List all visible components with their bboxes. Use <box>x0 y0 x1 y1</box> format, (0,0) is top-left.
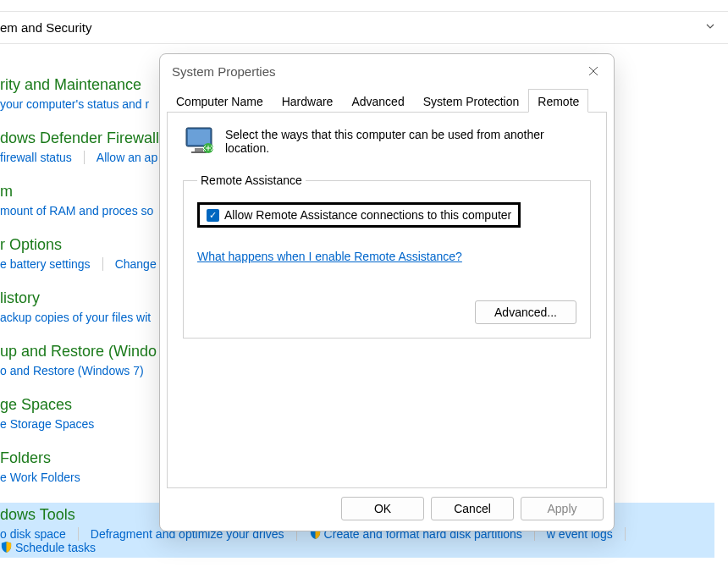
allow-remote-assistance-checkbox[interactable]: ✓ Allow Remote Assistance connections to… <box>197 202 521 228</box>
dialog-titlebar[interactable]: System Properties <box>160 54 614 83</box>
svg-rect-3 <box>191 151 207 153</box>
shield-icon <box>0 541 13 553</box>
cancel-button[interactable]: Cancel <box>431 497 514 520</box>
breadcrumb-label: em and Security <box>0 20 91 35</box>
separator <box>625 527 626 541</box>
tab-computer-name[interactable]: Computer Name <box>167 89 273 113</box>
advanced-button[interactable]: Advanced... <box>475 300 576 324</box>
apply-button[interactable]: Apply <box>521 497 604 520</box>
separator <box>78 527 79 541</box>
link[interactable]: your computer's status and r <box>0 97 149 111</box>
group-legend: Remote Assistance <box>197 173 306 187</box>
tab-remote[interactable]: Remote <box>528 89 588 113</box>
dialog-button-row: OK Cancel Apply <box>160 488 614 531</box>
ok-button[interactable]: OK <box>341 497 424 520</box>
tab-advanced[interactable]: Advanced <box>342 89 413 113</box>
link[interactable]: Schedule tasks <box>0 541 96 554</box>
tabstrip: Computer Name Hardware Advanced System P… <box>167 88 607 113</box>
system-properties-dialog: System Properties Computer Name Hardware… <box>159 53 615 531</box>
dialog-title: System Properties <box>172 64 276 79</box>
remote-assistance-help-link[interactable]: What happens when I enable Remote Assist… <box>197 250 462 263</box>
tab-panel-remote: Select the ways that this computer can b… <box>167 113 607 488</box>
link[interactable]: ackup copies of your files wit <box>0 311 151 324</box>
link[interactable]: mount of RAM and proces so <box>0 204 153 217</box>
checkbox-icon: ✓ <box>207 209 219 222</box>
breadcrumb: em and Security <box>0 12 728 44</box>
close-icon[interactable] <box>585 63 602 80</box>
intro-text: Select the ways that this computer can b… <box>225 128 591 155</box>
link[interactable]: o and Restore (Windows 7) <box>0 364 144 377</box>
svg-rect-2 <box>195 148 203 151</box>
link[interactable]: Allow an ap <box>97 151 157 164</box>
tab-system-protection[interactable]: System Protection <box>414 89 529 113</box>
monitor-icon <box>183 124 217 158</box>
separator <box>102 257 103 271</box>
svg-rect-1 <box>188 129 210 145</box>
remote-assistance-group: Remote Assistance ✓ Allow Remote Assista… <box>183 173 591 339</box>
chevron-down-icon[interactable] <box>704 20 716 35</box>
checkbox-label: Allow Remote Assistance connections to t… <box>224 208 511 222</box>
separator <box>84 151 85 164</box>
link[interactable]: firewall status <box>0 151 72 164</box>
link[interactable]: e Work Folders <box>0 471 80 484</box>
link[interactable]: Change <box>115 257 157 271</box>
tab-hardware[interactable]: Hardware <box>273 89 343 113</box>
link[interactable]: e Storage Spaces <box>0 417 94 431</box>
link[interactable]: o disk space <box>0 527 66 541</box>
link[interactable]: e battery settings <box>0 257 91 271</box>
